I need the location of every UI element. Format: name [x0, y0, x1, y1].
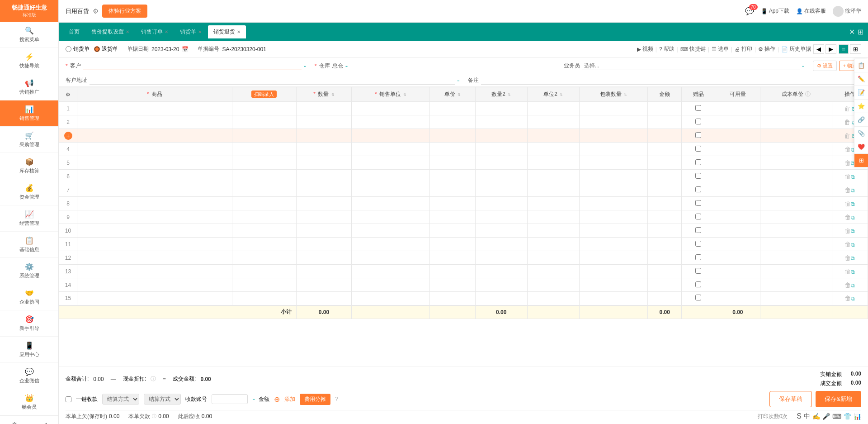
row-delete-btn[interactable]: 🗑	[844, 227, 851, 234]
gift-checkbox[interactable]	[695, 214, 701, 219]
right-btn-1[interactable]: 📋	[854, 59, 868, 72]
add-row-btn[interactable]: +	[64, 132, 72, 140]
sidebar-item-shortcut[interactable]: ⚡ 快捷导航	[0, 48, 58, 74]
row-copy-btn[interactable]: ⧉	[851, 282, 855, 289]
fee-btn[interactable]: 费用分摊	[300, 394, 330, 405]
warehouse-select-dots[interactable]: ···	[345, 63, 347, 69]
toolbar-print[interactable]: 🖨 打印	[735, 45, 752, 53]
row-copy-btn[interactable]: ⧉	[851, 201, 855, 207]
summary-method-select[interactable]: 结算方式	[144, 394, 181, 405]
row-copy-btn[interactable]: ⧉	[851, 214, 855, 221]
scan-btn[interactable]: 扫码录入	[251, 91, 277, 98]
gift-checkbox[interactable]	[695, 241, 701, 247]
row-delete-btn[interactable]: 🗑	[844, 254, 851, 262]
tab-sales-order-close[interactable]: ✕	[165, 29, 168, 34]
salesperson-input[interactable]	[582, 62, 800, 70]
tab-sales-return-close[interactable]: ✕	[237, 29, 241, 34]
row-qty2[interactable]	[475, 115, 527, 129]
goods-text-input[interactable]	[80, 133, 230, 139]
calc-method-select[interactable]: 结算方式	[102, 394, 139, 405]
row-gift[interactable]	[681, 115, 715, 129]
row-delete-btn[interactable]: 🗑	[844, 241, 851, 248]
row-amount[interactable]	[648, 102, 681, 115]
row-delete-btn[interactable]: 🗑	[844, 119, 850, 126]
col-settings[interactable]: ⚙	[59, 87, 77, 102]
settings-config-btn[interactable]: ⚙ 设置	[813, 61, 837, 71]
row-goods[interactable]	[77, 115, 232, 129]
one-click-payment-checkbox[interactable]	[66, 396, 71, 402]
gift-checkbox[interactable]	[695, 200, 701, 206]
sidebar-item-guide[interactable]: 🎯 新手引导	[0, 310, 58, 337]
gift-checkbox[interactable]	[695, 254, 701, 260]
gift-checkbox[interactable]	[695, 295, 701, 300]
row-unit[interactable]	[352, 115, 430, 129]
row-qty-active[interactable]	[297, 129, 352, 143]
sidebar-item-finance[interactable]: 💰 资金管理	[0, 179, 58, 205]
gift-checkbox[interactable]	[695, 105, 701, 111]
sidebar-collapse-btn[interactable]: ◀	[29, 416, 59, 424]
row-delete-btn[interactable]: 🗑	[844, 173, 851, 180]
row-copy-btn[interactable]: ⧉	[851, 228, 855, 234]
gift-checkbox[interactable]	[695, 227, 701, 233]
toolbar-video[interactable]: ▶ 视频	[637, 45, 653, 53]
tab-sales-return[interactable]: 销货退货 ✕	[208, 25, 246, 38]
row-price[interactable]	[430, 115, 476, 129]
row-copy-btn[interactable]: ⧉	[851, 255, 855, 262]
row-delete-btn[interactable]: 🗑	[844, 105, 850, 112]
tab-home[interactable]: 首页	[63, 25, 85, 38]
row-qty2[interactable]	[475, 102, 527, 115]
sidebar-item-system[interactable]: ⚙️ 系统管理	[0, 258, 58, 284]
radio-sales[interactable]: 销货单	[66, 45, 90, 53]
right-btn-2[interactable]: ✏️	[854, 72, 868, 86]
online-service-btn[interactable]: 👤 在线客服	[796, 7, 826, 15]
right-btn-4[interactable]: ⭐	[854, 100, 868, 113]
row-copy-btn[interactable]: ⧉	[851, 187, 855, 194]
account-input[interactable]	[212, 394, 248, 404]
address-input[interactable]	[90, 76, 455, 85]
tool5-icon[interactable]: 👕	[844, 413, 851, 420]
gift-checkbox[interactable]	[695, 268, 701, 274]
sidebar-settings-btn[interactable]: ⚙	[0, 416, 29, 424]
right-btn-7[interactable]: ❤️	[854, 140, 868, 154]
sidebar-item-operations[interactable]: 📈 经营管理	[0, 205, 58, 232]
row-unit2-active[interactable]	[527, 129, 579, 143]
sidebar-item-sales[interactable]: 📊 销售管理	[0, 100, 58, 127]
prev-btn[interactable]: ◀	[813, 44, 824, 54]
list-view-btn[interactable]: ≡	[839, 44, 849, 54]
row-copy-btn[interactable]: ⧉	[851, 269, 855, 275]
qty-sort-icon[interactable]: ⇅	[331, 93, 335, 97]
gift-checkbox[interactable]	[695, 159, 701, 165]
save-draft-btn[interactable]: 保存草稿	[769, 391, 812, 407]
customer-select-dots[interactable]: ···	[304, 63, 306, 69]
tool2-icon[interactable]: ✍	[812, 413, 820, 420]
tab-sales-delivery[interactable]: 销货单 ✕	[175, 25, 207, 38]
row-delete-btn-active[interactable]: 🗑	[844, 132, 850, 139]
right-btn-8[interactable]: ⊞	[854, 154, 868, 167]
row-gift-active[interactable]	[681, 129, 715, 143]
unit2-sort-icon[interactable]: ⇅	[560, 93, 563, 97]
sidebar-item-apps[interactable]: 📱 应用中心	[0, 337, 58, 363]
discount-help[interactable]: ⓘ	[151, 375, 156, 383]
pack-sort-icon[interactable]: ⇅	[624, 93, 627, 97]
app-download-btn[interactable]: 📱 App下载	[761, 7, 789, 15]
row-price-active[interactable]	[430, 129, 476, 143]
tab-price-setting[interactable]: 售价提取设置 ✕	[86, 25, 135, 38]
tool3-icon[interactable]: 🎤	[822, 413, 830, 420]
gift-checkbox-active[interactable]	[695, 132, 701, 138]
row-unit[interactable]	[352, 102, 430, 115]
row-delete-btn[interactable]: 🗑	[844, 268, 851, 275]
save-new-btn[interactable]: 保存&新增	[816, 391, 861, 407]
row-delete-btn[interactable]: 🗑	[844, 159, 851, 167]
add-label[interactable]: 添加	[284, 395, 295, 403]
row-qty2-active[interactable]	[475, 129, 527, 143]
row-delete-btn[interactable]: 🗑	[844, 214, 851, 221]
row-delete-btn[interactable]: 🗑	[844, 281, 851, 289]
gift-checkbox[interactable]	[695, 173, 701, 179]
salesperson-select-dots[interactable]: ···	[802, 63, 804, 69]
sidebar-item-purchase[interactable]: 🛒 采购管理	[0, 127, 58, 153]
calendar-icon[interactable]: 📅	[182, 46, 189, 52]
sidebar-item-enterprise[interactable]: 🤝 企业协同	[0, 284, 58, 310]
col-scan[interactable]: 扫码录入	[232, 87, 297, 102]
close-all-icon[interactable]: ✕	[849, 28, 855, 36]
row-goods[interactable]	[77, 102, 232, 115]
